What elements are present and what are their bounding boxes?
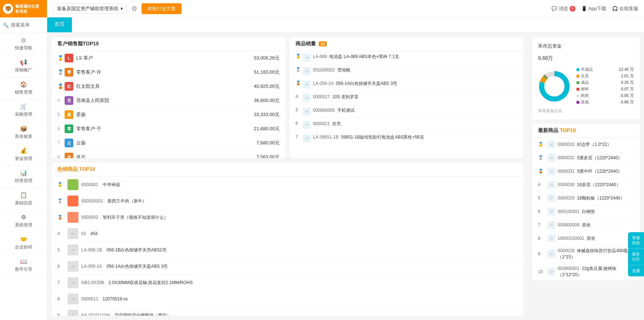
inventory-card: 库存总资金 9.88万 — [532, 37, 640, 119]
sidebar-item-finance[interactable]: 💰 资金管理 — [0, 144, 47, 166]
table-row: 4 苍 苍南县人民医院 36,600.00元 — [52, 94, 285, 108]
legend-item: 其他 -3.86 万 — [576, 99, 634, 105]
rank-number: 6 — [57, 126, 65, 131]
list-item: 6 Ai 004100001 白钢垫 — [532, 205, 640, 218]
sidebar-item-inventory[interactable]: 📦 库存核算 — [0, 122, 47, 144]
medal-icon: 🥉 — [57, 83, 65, 89]
customer-service-button[interactable]: 客服热线 — [628, 232, 644, 249]
trial-button[interactable]: 体验行业方案 — [142, 3, 182, 14]
product-thumbnail — [68, 212, 78, 223]
rank-number: 4 — [57, 231, 65, 236]
list-item: 4 Ai 0000030 18多层（1220*2440） — [532, 178, 640, 192]
table-row: 🥈 Ai 001000002 雪地靴 — [290, 65, 523, 78]
rank-number: 8 — [538, 236, 545, 241]
sidebar-item-sales[interactable]: 🏠 销售管理 — [0, 77, 47, 99]
list-item: 7 Ai NB2.0X30B 2.0X30MM双搓花轴.搓花直径2.1MM/RO… — [52, 275, 523, 291]
system-selector[interactable]: 装备及固定资产辅助管理系统 ▾ — [53, 4, 127, 14]
tab-home[interactable]: 首页 — [47, 17, 72, 32]
sidebar-logo: 🐯 畅捷通好生意 标准版 — [0, 0, 47, 17]
topbar: 装备及固定资产辅助管理系统 ▾ ⚙ 体验行业方案 💬 消息 6 📱 App下载 … — [47, 0, 644, 17]
inventory-legend: 半成品 12.45 万 文具 1.01 万 — [576, 67, 634, 106]
table-row: 🥇 Ai LA-089 电池盖 LA-089 ABS本色+黑种 7.1克 — [290, 51, 523, 65]
legend-dot — [576, 81, 579, 84]
inventory-subtitle: 库存资金占比 — [538, 108, 634, 114]
product-thumbnail — [68, 179, 78, 190]
list-item: 10 Ai 003800001 22g鱼豆腐·烧烤味（1*12*20） — [532, 263, 640, 280]
sidebar-item-purchase[interactable]: 🛒 采购管理 — [0, 99, 47, 122]
legend-item: 成品 0.25 万 — [576, 80, 634, 85]
product-thumbnail: Ai — [547, 234, 555, 242]
search-menu-button[interactable]: 🔍 搜索菜单 — [3, 20, 44, 30]
sidebar-item-basic-info[interactable]: 📋 基础信息 — [0, 188, 47, 210]
customer-ranking-title: 客户销售额TOP10 — [57, 41, 99, 47]
chevron-down-icon: ▾ — [121, 6, 123, 11]
avatar: 零 — [65, 124, 73, 133]
quick-nav-icon: ⊙ — [21, 37, 26, 44]
sidebar-item-operations[interactable]: 📊 经营管理 — [0, 166, 47, 188]
rank-number: 4 — [295, 94, 303, 99]
message-icon: 💬 — [551, 6, 557, 11]
settings-icon[interactable]: ⚙ — [131, 5, 137, 13]
purchase-icon: 🛒 — [20, 103, 27, 110]
table-row: 4 Ai 0000017 10S 变刹罗泵 — [290, 91, 523, 105]
inventory-icon: 📦 — [20, 125, 27, 132]
tabs-bar: 首页 — [47, 17, 644, 33]
product-thumbnail: Ai — [68, 294, 78, 304]
table-row: 5 Ai 000800005 手机测试 — [290, 105, 523, 118]
table-row: 🥈 零 零售客户·许 51,183.00元 — [52, 65, 285, 79]
sidebar-item-quick-nav[interactable]: ⊙ 快捷导航 — [0, 33, 47, 55]
new-products-panel: 最新商品 TOP10 🥇 Ai 0000033 封边带（1.0*22） 🥈 Ai… — [532, 124, 640, 280]
avatar: 红 — [65, 82, 73, 91]
list-item: 5 Ai LA-056-1B 056-1B白色按键开关壳ABS2壳 — [52, 242, 523, 258]
table-row: 6 零 零售客户·于 21,680.00元 — [52, 122, 285, 136]
list-item: 5 Ai 0000029 18颗粒板（1220*2440） — [532, 192, 640, 205]
rank-number: 5 — [538, 196, 545, 201]
customer-ranking-table: 🥇 L LS 客户 53,006.26元 🥈 零 零售客户·许 51,183.0… — [52, 51, 285, 158]
hot-products-header: 热销商品 TOP10 — [52, 163, 523, 177]
list-item: 7 Ai 000800008 原坐 — [532, 218, 640, 232]
product-ranking-header: 商品销量 22 — [290, 37, 523, 51]
avatar: 苍 — [65, 96, 73, 105]
medal-icon: 🥈 — [57, 198, 65, 204]
rank-number: 10 — [538, 269, 545, 274]
product-thumbnail: Ai — [68, 245, 78, 255]
phone-icon: 📱 — [581, 6, 587, 11]
online-service-button[interactable]: 🎧 在线客服 — [612, 5, 638, 12]
legend-item: 文具 1.01 万 — [576, 73, 634, 79]
avatar: 星 — [65, 110, 73, 119]
medal-icon: 🥉 — [57, 215, 65, 220]
medal-icon: 🥇 — [57, 55, 65, 61]
hot-products-panel: 热销商品 TOP10 🥇 0000001 中华神器 🥈 000500001 新西… — [52, 163, 523, 316]
live-stream-button[interactable]: 直播 — [628, 265, 644, 276]
product-thumbnail — [68, 196, 78, 206]
sidebar: 🐯 畅捷通好生意 标准版 🔍 搜索菜单 ⊙ 快捷导航 📢 营销推广 🏠 销售管理… — [0, 0, 47, 320]
sidebar-search[interactable]: 🔍 搜索菜单 — [0, 17, 47, 33]
list-item: 6 Ai LA-056-1A 056-1A白色按键开关盖ABS 3壳 — [52, 258, 523, 275]
app-download-button[interactable]: 📱 App下载 — [581, 5, 606, 12]
sidebar-item-system[interactable]: ⚙ 系统管理 — [0, 210, 47, 232]
service-community-button[interactable]: 服务社区 — [628, 249, 644, 265]
product-thumbnail: Ai — [547, 208, 555, 216]
list-item: 🥈 000500001 新西兰牛肉（新牛） — [52, 193, 523, 209]
list-item: 🥉 Ai 0000031 5厘中纤（1220*2440） — [532, 165, 640, 178]
float-service: 客服热线 服务社区 直播 — [628, 232, 644, 276]
logo-icon: 🐯 — [3, 4, 13, 14]
new-products-list: 🥇 Ai 0000033 封边带（1.0*22） 🥈 Ai 0000032 5厘… — [532, 138, 640, 280]
product-thumbnail: Ai — [68, 277, 78, 288]
sidebar-item-cooperation[interactable]: 🤝 企业协同 — [0, 232, 47, 254]
table-row: 5 星 星扬 33,333.00元 — [52, 108, 285, 122]
legend-item: 肉类 -0.05 万 — [576, 93, 634, 98]
product-image: Ai — [303, 54, 311, 62]
sidebar-item-guide[interactable]: 📖 新手引导 — [0, 254, 47, 276]
customer-ranking-panel: 客户销售额TOP10 🥇 L LS 客户 53,006.26元 🥈 零 — [52, 37, 285, 158]
sidebar-item-marketing[interactable]: 📢 营销推广 — [0, 55, 47, 77]
guide-icon: 📖 — [20, 258, 27, 265]
product-image: Ai — [303, 121, 311, 129]
list-item: 9 Ai KK-SD22110H 花语萌恒温分腿睡袋（厚款） — [52, 307, 523, 316]
rank-number: 8 — [57, 296, 65, 301]
avatar: 肖 — [65, 153, 73, 158]
rank-number: 6 — [538, 209, 545, 214]
inventory-title: 库存总资金 — [538, 43, 634, 49]
messages-button[interactable]: 💬 消息 6 — [551, 5, 575, 12]
product-thumbnail: Ai — [547, 181, 555, 189]
